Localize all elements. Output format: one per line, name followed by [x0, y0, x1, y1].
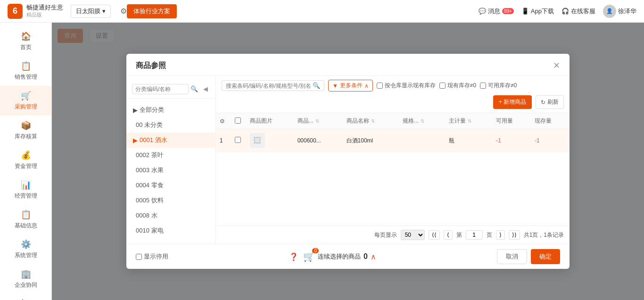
sidebar-item-operation[interactable]: 📊 经营管理 [0, 175, 51, 205]
sidebar-label-home: 首页 [20, 43, 32, 51]
page-number-input[interactable] [466, 230, 483, 240]
category-item-0003[interactable]: 0003 水果 [126, 163, 215, 178]
cart-badge: 0 [312, 248, 319, 253]
table-panel: 🔍 ▼ 更多条件 ∧ 按仓库显示现有库存 [216, 76, 570, 244]
expand-icon-0001: ▶ [133, 137, 138, 144]
category-search-input[interactable] [132, 84, 189, 94]
show-disabled-text: 显示停用 [144, 252, 168, 261]
app-download-item[interactable]: 📱 App下载 [521, 7, 554, 16]
col-header-unit[interactable]: 主计量 ⇅ [445, 113, 493, 129]
cell-spec [399, 129, 445, 152]
category-item-0004[interactable]: 0004 零食 [126, 178, 215, 193]
table-header-row: ⚙ 商品图片 商品... ⇅ [216, 113, 570, 129]
category-panel: 🔍 ◀ ▶ 全部分类 00 未分类 ▶ [126, 76, 216, 244]
stock-nonzero-checkbox[interactable]: 现有库存≠0 [439, 82, 476, 90]
headset-icon: 🎧 [561, 8, 569, 15]
category-label-0003: 0003 水果 [136, 167, 164, 174]
show-disabled-label[interactable]: 显示停用 [136, 252, 168, 261]
online-service-label: 在线客服 [571, 7, 595, 16]
warehouse-filter-label: 按仓库显示现有库存 [385, 82, 436, 90]
cart-area[interactable]: 🛒 0 连续选择的商品 0 ∧ [303, 251, 376, 262]
select-all-checkbox[interactable] [235, 117, 241, 124]
modal-close-button[interactable]: ✕ [553, 60, 560, 71]
cell-image: 🖼 [246, 129, 294, 152]
experience-button[interactable]: 体验行业方案 [127, 4, 177, 18]
category-item-0008[interactable]: 0008 水 [126, 208, 215, 223]
page-size-label: 每页显示 [374, 231, 397, 239]
category-label-00: 00 未分类 [136, 121, 163, 128]
help-icon[interactable]: ❓ [289, 252, 298, 261]
confirm-button[interactable]: 确定 [531, 249, 560, 264]
sidebar-item-system[interactable]: ⚙️ 系统管理 [0, 234, 51, 264]
sidebar-label-basic: 基础信息 [15, 222, 37, 230]
modal-header: 商品参照 ✕ [126, 54, 570, 76]
collapse-category-button[interactable]: ◀ [201, 83, 210, 94]
last-page-button[interactable]: ⟩⟩ [509, 230, 520, 240]
col-header-code[interactable]: 商品... ⇅ [294, 113, 343, 129]
user-item[interactable]: 👤 徐泽华 [603, 5, 636, 18]
add-product-button[interactable]: + 新增商品 [493, 95, 532, 109]
usable-nonzero-label: 可用库存≠0 [488, 82, 517, 90]
page-size-select[interactable]: 50 10 20 100 [401, 230, 425, 240]
sidebar-item-home[interactable]: 🏠 首页 [0, 26, 51, 56]
usable-nonzero-checkbox[interactable]: 可用库存≠0 [480, 82, 517, 90]
col-header-name[interactable]: 商品名称 ⇅ [343, 113, 399, 129]
col-header-spec[interactable]: 规格... ⇅ [399, 113, 445, 129]
col-header-settings[interactable]: ⚙ [216, 113, 231, 129]
first-page-button[interactable]: ⟨⟨ [429, 230, 440, 240]
product-table-body: 1 🖼 000600... 白酒100ml [216, 129, 570, 152]
category-item-0005[interactable]: 0005 饮料 [126, 193, 215, 208]
category-label-all: 全部分类 [140, 106, 164, 114]
category-item-0002[interactable]: 0002 茶叶 [126, 148, 215, 163]
nav-right: 💬 消息 99+ 📱 App下载 🎧 在线客服 👤 徐泽华 [479, 5, 636, 18]
category-item-all[interactable]: ▶ 全部分类 [126, 102, 215, 117]
name-sort-icon[interactable]: ⇅ [371, 118, 375, 124]
col-header-check[interactable] [231, 113, 246, 129]
table-row[interactable]: 1 🖼 000600... 白酒100ml [216, 129, 570, 152]
spec-sort-icon[interactable]: ⇅ [421, 118, 424, 124]
category-item-0010[interactable]: 0010 家电 [126, 223, 215, 238]
sidebar-item-purchase[interactable]: 🛒 采购管理 [0, 86, 51, 116]
row-checkbox[interactable] [235, 137, 241, 143]
category-label-0010: 0010 家电 [136, 227, 164, 234]
image-placeholder: 🖼 [253, 136, 262, 146]
sidebar-item-sales[interactable]: 📋 销售管理 [0, 56, 51, 86]
brand-text: 畅捷通好生意 精品版 [26, 4, 63, 19]
refresh-button[interactable]: ↻ 刷新 [536, 95, 564, 109]
show-disabled-checkbox[interactable] [136, 254, 142, 260]
sidebar-item-inventory[interactable]: 📦 库存核算 [0, 116, 51, 145]
category-search-icon[interactable]: 🔍 [190, 85, 198, 92]
sidebar-item-enterprise[interactable]: 🏢 企业协同 [0, 264, 51, 294]
sidebar-item-finance[interactable]: 💰 资金管理 [0, 145, 51, 175]
cart-label: 连续选择的商品 [318, 252, 361, 261]
more-filter-button[interactable]: ▼ 更多条件 ∧ [328, 80, 373, 92]
category-item-0001[interactable]: ▶ 0001 酒水 [126, 133, 215, 148]
table-toolbar: 🔍 ▼ 更多条件 ∧ 按仓库显示现有库存 [216, 76, 570, 113]
company-dropdown[interactable]: 日太阳膜 ▾ [71, 5, 111, 18]
cancel-button[interactable]: 取消 [497, 249, 527, 264]
purchase-icon: 🛒 [21, 91, 31, 101]
settings-icon[interactable]: ⚙ [120, 7, 127, 16]
prev-page-button[interactable]: ⟨ [444, 230, 453, 240]
product-search-input[interactable] [226, 83, 311, 89]
warehouse-checkbox-input[interactable] [377, 83, 383, 89]
sidebar-item-basic[interactable]: 📋 基础信息 [0, 205, 51, 234]
next-page-button[interactable]: ⟩ [496, 230, 505, 240]
stock-nonzero-input[interactable] [439, 83, 446, 89]
cell-check[interactable] [231, 129, 246, 152]
online-service-item[interactable]: 🎧 在线客服 [561, 7, 595, 16]
cart-icon-wrap: 🛒 0 [303, 251, 315, 262]
unit-sort-icon[interactable]: ⇅ [468, 118, 471, 124]
messages-item[interactable]: 💬 消息 99+ [479, 7, 514, 16]
category-item-00[interactable]: 00 未分类 [126, 117, 215, 133]
search-icon[interactable]: 🔍 [313, 82, 320, 89]
usable-nonzero-input[interactable] [480, 83, 486, 89]
filter-icon: ▼ [332, 83, 338, 89]
filter-label: 更多条件 [340, 82, 363, 90]
warehouse-filter-checkbox[interactable]: 按仓库显示现有库存 [377, 82, 436, 90]
sidebar-label-enterprise: 企业协同 [15, 281, 37, 289]
code-sort-icon[interactable]: ⇅ [315, 118, 319, 124]
sidebar-item-guide[interactable]: 🔖 新手引导 [0, 294, 51, 300]
logo-icon: 6 [8, 4, 23, 19]
cart-chevron-up[interactable]: ∧ [371, 252, 376, 261]
